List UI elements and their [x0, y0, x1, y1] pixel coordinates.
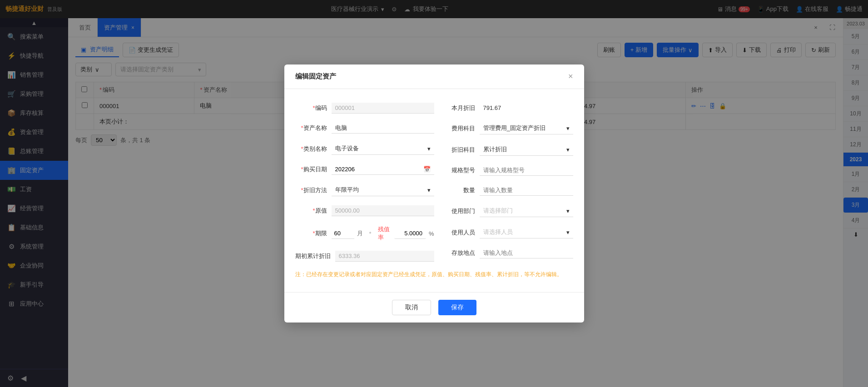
residual-rate-label: 残值率: [378, 225, 390, 242]
save-button[interactable]: 保存: [438, 300, 476, 315]
location-label: 存放地点: [443, 249, 480, 257]
chevron-icon: ▾: [566, 125, 570, 132]
expense-subject-select[interactable]: 管理费用_固定资产折旧 ▾: [480, 122, 573, 134]
spec-label: 规格型号: [443, 166, 480, 174]
form-row-code: *编码: [295, 98, 434, 118]
quantity-label: 数量: [443, 186, 480, 194]
form-row-user: 使用人员 请选择人员 ▾: [443, 222, 573, 243]
original-value-label: *原值: [295, 207, 332, 215]
form-row-name: *资产名称: [295, 118, 434, 138]
chevron-icon: ▾: [566, 208, 570, 214]
code-label: *编码: [295, 104, 332, 112]
chevron-icon: ▾: [427, 187, 431, 194]
form-row-original-value: *原值: [295, 201, 434, 221]
original-value-input[interactable]: [332, 205, 434, 216]
location-input[interactable]: [480, 248, 573, 258]
form-row-monthly-depr: 本月折旧 791.67: [443, 98, 573, 118]
form-left-col: *编码 *资产名称 *类别名称: [295, 98, 434, 266]
purchase-date-picker[interactable]: 📅: [332, 164, 434, 175]
form-row-purchase-date: *购买日期 📅: [295, 159, 434, 179]
form-right-col: 本月折旧 791.67 费用科目 管理费用_固定资产折旧 ▾ 折旧科目: [434, 98, 573, 266]
depr-subject-label: 折旧科目: [443, 146, 480, 154]
dept-select[interactable]: 请选择部门 ▾: [480, 205, 573, 217]
period-field: 月 * 残值率 %: [332, 225, 434, 242]
form-row-accum-depr: 期初累计折旧: [295, 246, 434, 266]
form-row-expense-subject: 费用科目 管理费用_固定资产折旧 ▾: [443, 118, 573, 139]
form-row-depr-method: *折旧方法 年限平均 ▾: [295, 179, 434, 201]
category-label: *类别名称: [295, 145, 332, 153]
quantity-input[interactable]: [480, 185, 573, 196]
form-row-location: 存放地点: [443, 243, 573, 263]
form-row-quantity: 数量: [443, 180, 573, 200]
form-grid: *编码 *资产名称 *类别名称: [295, 98, 573, 266]
accum-depr-label: 期初累计折旧: [295, 252, 335, 260]
spec-input[interactable]: [480, 165, 573, 176]
modal-title: 编辑固定资产: [295, 72, 336, 81]
accum-depr-input[interactable]: [335, 251, 434, 262]
user-label: 使用人员: [443, 228, 480, 237]
depr-method-select[interactable]: 年限平均 ▾: [332, 184, 434, 196]
purchase-date-input[interactable]: [335, 166, 423, 173]
depr-subject-select[interactable]: 累计折旧 ▾: [480, 144, 573, 156]
residual-rate-unit: %: [429, 230, 434, 237]
form-row-depr-subject: 折旧科目 累计折旧 ▾: [443, 139, 573, 160]
modal-overlay[interactable]: 编辑固定资产 × *编码 *资产名称: [0, 0, 868, 387]
form-row-spec: 规格型号: [443, 160, 573, 180]
asset-name-input[interactable]: [332, 123, 434, 134]
cancel-button[interactable]: 取消: [392, 300, 431, 315]
residual-rate-input[interactable]: [394, 228, 426, 239]
form-row-category: *类别名称 电子设备 ▾: [295, 138, 434, 159]
expense-subject-label: 费用科目: [443, 124, 480, 133]
modal-notice: 注：已经存在变更记录或者对应固定资产已经生成凭证，原值、购买日期、残值率、累计折…: [295, 271, 573, 278]
modal-footer: 取消 保存: [284, 292, 584, 322]
monthly-depr-label: 本月折旧: [443, 104, 480, 112]
form-row-dept: 使用部门 请选择部门 ▾: [443, 200, 573, 222]
category-select[interactable]: 电子设备 ▾: [332, 143, 434, 155]
modal-close-button[interactable]: ×: [568, 72, 573, 81]
code-input[interactable]: [332, 103, 434, 114]
asset-name-label: *资产名称: [295, 124, 332, 132]
edit-asset-modal: 编辑固定资产 × *编码 *资产名称: [284, 64, 584, 322]
depr-method-label: *折旧方法: [295, 186, 332, 194]
dept-label: 使用部门: [443, 207, 480, 215]
modal-header: 编辑固定资产 ×: [284, 64, 584, 89]
period-label: *期限: [295, 229, 332, 238]
calendar-icon[interactable]: 📅: [423, 166, 431, 173]
chevron-icon: ▾: [566, 146, 570, 153]
chevron-icon: ▾: [566, 229, 570, 236]
user-select[interactable]: 请选择人员 ▾: [480, 226, 573, 238]
period-unit: 月: [357, 229, 363, 238]
chevron-icon: ▾: [427, 145, 431, 152]
period-input[interactable]: [332, 228, 354, 239]
form-row-period: *期限 月 * 残值率 %: [295, 221, 434, 246]
monthly-depr-value: 791.67: [480, 103, 505, 113]
purchase-date-label: *购买日期: [295, 165, 332, 174]
modal-body: *编码 *资产名称 *类别名称: [284, 89, 584, 292]
